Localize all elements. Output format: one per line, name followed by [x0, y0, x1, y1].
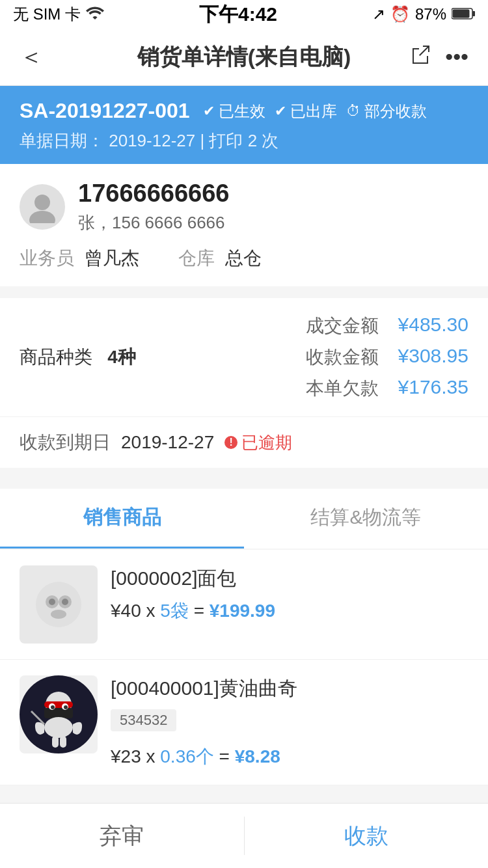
avatar: [20, 184, 65, 230]
overdue-badge: ! 已逾期: [224, 431, 292, 454]
nav-actions: •••: [409, 43, 468, 72]
price-base-2: ¥23 x: [111, 746, 160, 766]
status-right: ↗ ⏰ 87%: [372, 5, 475, 23]
product-thumb-2: [20, 675, 98, 753]
price-qty-2: 0.36个: [160, 746, 214, 766]
check-icon-2: ✔: [275, 103, 286, 120]
svg-point-17: [51, 705, 55, 709]
section-divider-2: [0, 468, 488, 478]
svg-rect-14: [44, 708, 73, 718]
customer-sub-info: 张，156 6666 6666: [78, 211, 229, 234]
alarm-icon: ⏰: [390, 5, 410, 23]
transaction-label: 成交金额: [306, 314, 379, 338]
warehouse-field: 仓库 总仓: [178, 246, 262, 271]
product-item-2: [000400001]黄油曲奇 534532 ¥23 x 0.36个 = ¥8.…: [0, 660, 488, 785]
status-partial: ⏱ 部分收款: [346, 101, 427, 122]
payment-label: 收款金额: [306, 345, 379, 370]
due-section: 收款到期日 2019-12-27 ! 已逾期: [0, 416, 488, 468]
svg-point-5: [36, 582, 81, 627]
product-name-1: [0000002]面包: [111, 565, 468, 592]
svg-point-3: [34, 195, 50, 210]
debt-amount: 本单欠款 ¥176.35: [306, 376, 468, 401]
battery-icon: [452, 5, 475, 23]
customer-phone: 17666666666: [78, 180, 229, 208]
page-title: 销货单详情(来自电脑): [137, 42, 351, 72]
back-button[interactable]: ＜: [20, 41, 59, 73]
product-sku-2: 534532: [111, 709, 176, 731]
svg-point-4: [29, 211, 55, 223]
product-image-2: [20, 675, 98, 753]
salesperson-field: 业务员 曾凡杰: [20, 246, 139, 271]
share-icon[interactable]: [409, 43, 432, 72]
amount-section: 商品种类 4种 成交金额 ¥485.30 收款金额 ¥308.95 本单欠款 ¥…: [0, 298, 488, 416]
customer-meta: 业务员 曾凡杰 仓库 总仓: [20, 246, 468, 271]
product-name-2: [000400001]黄油曲奇: [111, 675, 468, 702]
price-eq-2: =: [219, 746, 235, 766]
check-icon-1: ✔: [203, 103, 215, 120]
product-item: [0000002]面包 ¥40 x 5袋 = ¥199.99: [0, 550, 488, 660]
svg-point-10: [51, 610, 66, 619]
svg-rect-1: [472, 11, 475, 16]
svg-rect-21: [60, 736, 66, 748]
transaction-amount: 成交金额 ¥485.30: [306, 314, 468, 338]
overdue-text: 已逾期: [241, 431, 292, 454]
product-price-2: ¥23 x 0.36个 = ¥8.28: [111, 744, 468, 769]
svg-point-18: [64, 705, 68, 709]
order-id: SA-20191227-001: [20, 99, 190, 123]
clock-icon: ⏱: [346, 103, 360, 120]
warehouse-label: 仓库: [178, 248, 215, 268]
status-shipped: ✔ 已出库: [275, 101, 337, 122]
debt-value: ¥176.35: [398, 376, 468, 401]
amount-row: 商品种类 4种 成交金额 ¥485.30 收款金额 ¥308.95 本单欠款 ¥…: [20, 314, 468, 401]
tab-settlement[interactable]: 结算&物流等: [244, 489, 488, 549]
product-types: 商品种类 4种: [20, 345, 136, 370]
amount-details: 成交金额 ¥485.30 收款金额 ¥308.95 本单欠款 ¥176.35: [306, 314, 468, 401]
tab-products[interactable]: 销售商品: [0, 489, 244, 549]
transaction-value: ¥485.30: [398, 314, 468, 338]
svg-rect-2: [452, 10, 469, 18]
product-image-1: [20, 565, 98, 644]
price-base-1: ¥40 x: [111, 601, 160, 621]
product-info-1: [0000002]面包 ¥40 x 5袋 = ¥199.99: [111, 565, 468, 644]
salesperson-label: 业务员: [20, 248, 74, 268]
overdue-icon: !: [224, 436, 237, 449]
product-info-2: [000400001]黄油曲奇 534532 ¥23 x 0.36个 = ¥8.…: [111, 675, 468, 769]
svg-rect-13: [44, 701, 73, 708]
svg-point-8: [49, 599, 55, 605]
product-list: [0000002]面包 ¥40 x 5袋 = ¥199.99: [0, 550, 488, 785]
carrier-text: 无 SIM 卡: [13, 4, 81, 25]
svg-rect-20: [52, 736, 59, 748]
bottom-bar: 弃审 收款: [0, 803, 488, 868]
product-type-label: 商品种类: [20, 347, 92, 367]
section-divider-1: [0, 288, 488, 298]
payment-amount: 收款金额 ¥308.95: [306, 345, 468, 370]
price-qty-1: 5袋: [160, 601, 189, 621]
payment-value: ¥308.95: [398, 345, 468, 370]
due-label: 收款到期日: [20, 430, 111, 455]
price-total-1: ¥199.99: [210, 601, 275, 621]
wifi-icon: [86, 5, 104, 23]
cancel-button[interactable]: 弃审: [0, 804, 244, 868]
nav-bar: ＜ 销货单详情(来自电脑) •••: [0, 29, 488, 86]
warehouse-value: 总仓: [225, 248, 262, 268]
due-date: 2019-12-27: [121, 432, 214, 453]
price-eq-1: =: [194, 601, 210, 621]
svg-point-9: [62, 599, 68, 605]
status-effective: ✔ 已生效: [203, 101, 265, 122]
customer-info: 17666666666 张，156 6666 6666: [78, 180, 229, 234]
customer-row: 17666666666 张，156 6666 6666: [20, 180, 468, 234]
salesperson-value: 曾凡杰: [85, 248, 139, 268]
order-date: 单据日期： 2019-12-27 | 打印 2 次: [20, 129, 468, 152]
tabs: 销售商品 结算&物流等: [0, 489, 488, 549]
status-time: 下午4:42: [199, 1, 277, 28]
confirm-button[interactable]: 收款: [245, 804, 489, 868]
battery-text: 87%: [415, 5, 446, 23]
price-total-2: ¥8.28: [235, 746, 280, 766]
status-left: 无 SIM 卡: [13, 4, 104, 25]
product-thumb-1: [20, 565, 98, 644]
debt-label: 本单欠款: [306, 376, 379, 401]
more-icon[interactable]: •••: [445, 44, 468, 70]
status-bar: 无 SIM 卡 下午4:42 ↗ ⏰ 87%: [0, 0, 488, 29]
product-price-1: ¥40 x 5袋 = ¥199.99: [111, 599, 468, 623]
svg-point-19: [44, 717, 73, 738]
